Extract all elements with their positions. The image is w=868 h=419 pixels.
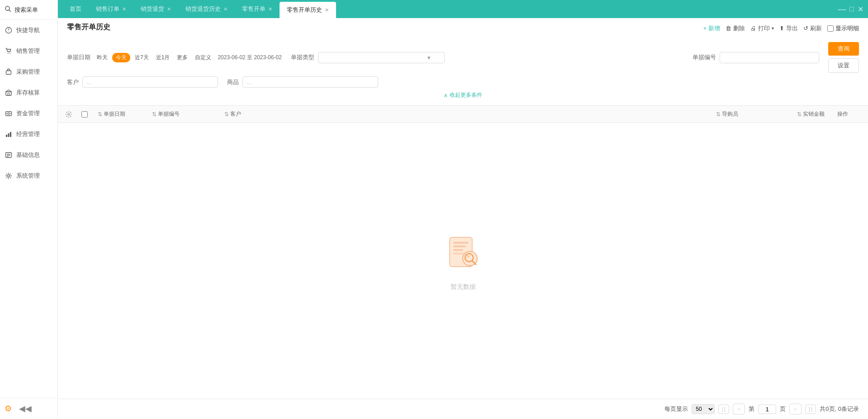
date-opt-today[interactable]: 今天	[112, 53, 130, 62]
date-opt-custom[interactable]: 自定义	[192, 53, 214, 62]
query-button[interactable]: 查询	[828, 42, 859, 56]
th-num[interactable]: ⇅ 单据编号	[152, 110, 224, 118]
content-wrapper: 零售开单历史 + 新增 🗑 删除 🖨 打印 ▾ ⬆ 导出 ↺	[58, 18, 868, 419]
sidebar-footer: ⚙ ◀◀	[0, 398, 57, 419]
empty-text: 暂无数据	[451, 283, 476, 291]
select-all-checkbox[interactable]	[81, 111, 88, 118]
svg-point-11	[8, 113, 9, 115]
window-close-icon[interactable]: ✕	[858, 5, 863, 14]
window-maximize-icon[interactable]: □	[849, 5, 854, 13]
chevron-down-icon: ▾	[427, 54, 431, 61]
date-opt-yesterday[interactable]: 昨天	[94, 53, 110, 62]
filter-type: 单据类型 ▾	[291, 52, 683, 63]
customer-select[interactable]: ...	[82, 76, 218, 88]
svg-point-21	[8, 175, 10, 177]
money-icon	[5, 109, 13, 118]
svg-rect-10	[6, 112, 12, 116]
table-header: ⇅ 单据日期 ⇅ 单据编号 ⇅ 客户 ⇅ 导购员 ⇅ 实销金额	[58, 106, 868, 123]
sidebar-item-sales-mgmt[interactable]: 销售管理	[0, 41, 57, 61]
tab-close-icon[interactable]: ✕	[122, 6, 126, 12]
th-date[interactable]: ⇅ 单据日期	[98, 110, 152, 118]
sidebar-search[interactable]: 搜索采单	[0, 0, 57, 20]
page-title: 零售开单历史	[67, 23, 110, 32]
tab-retail-open[interactable]: 零售开单 ✕	[235, 0, 280, 18]
tab-sales-return-history[interactable]: 销货退货历史 ✕	[178, 0, 235, 18]
date-opt-1month[interactable]: 近1月	[153, 53, 173, 62]
window-minimize-icon[interactable]: —	[838, 5, 846, 14]
svg-rect-7	[6, 71, 11, 75]
th-amount[interactable]: ⇅ 实销金额	[770, 110, 825, 118]
first-page-button[interactable]: ⟨⟨	[718, 405, 729, 414]
collapse-icon[interactable]: ◀◀	[19, 404, 32, 414]
page-number-input[interactable]	[758, 405, 776, 414]
next-page-button[interactable]: ＞	[789, 404, 802, 414]
svg-line-1	[9, 10, 11, 12]
empty-state: 暂无数据	[58, 123, 868, 399]
tab-retail-open-history[interactable]: 零售开单历史 ✕	[280, 2, 336, 18]
compass-icon	[5, 26, 13, 34]
th-checkbox[interactable]	[81, 111, 98, 118]
collapse-button[interactable]: ∧ 收起更多条件	[444, 91, 482, 99]
tab-sales-order[interactable]: 销售订单 ✕	[89, 0, 133, 18]
export-icon: ⬆	[779, 25, 784, 32]
svg-rect-9	[8, 93, 9, 95]
delete-button[interactable]: 🗑 删除	[726, 24, 745, 33]
toolbar: + 新增 🗑 删除 🖨 打印 ▾ ⬆ 导出 ↺ 刷新	[703, 24, 859, 33]
sidebar-item-operation-mgmt[interactable]: 经营管理	[0, 124, 57, 145]
svg-marker-4	[8, 30, 9, 33]
cart-icon	[5, 47, 13, 55]
filter-row-2: 客户 ... 商品 ...	[67, 76, 859, 88]
num-input[interactable]	[720, 52, 819, 63]
type-select[interactable]: ▾	[318, 52, 445, 63]
th-op-label: 操作	[837, 110, 848, 118]
th-settings[interactable]	[65, 111, 81, 118]
date-opt-7days[interactable]: 近7天	[132, 53, 152, 62]
sidebar-item-basic-info[interactable]: 基础信息	[0, 145, 57, 165]
goods-select[interactable]: ...	[242, 76, 378, 88]
svg-point-6	[9, 53, 10, 54]
th-customer[interactable]: ⇅ 客户	[224, 110, 716, 118]
tab-home-label: 首页	[70, 5, 81, 13]
svg-rect-14	[6, 135, 7, 137]
export-button[interactable]: ⬆ 导出	[779, 24, 798, 33]
filter-area: 单据日期 昨天 今天 近7天 近1月 更多 自定义 2023-06-02 至 2…	[58, 38, 868, 106]
pagination: 每页显示 50 10 20 100 ⟨⟨ ＜ 第 页 ＞ ⟩⟩ 共0页, 0条记…	[58, 399, 868, 419]
tab-close-icon[interactable]: ✕	[167, 6, 171, 12]
customer-placeholder: ...	[86, 79, 91, 85]
sidebar-item-quick-nav[interactable]: 快捷导航	[0, 20, 57, 41]
num-label: 单据编号	[693, 53, 716, 61]
tab-close-icon[interactable]: ✕	[325, 7, 329, 13]
query-buttons: 查询 设置	[828, 42, 859, 73]
total-text: 共0页, 0条记录	[820, 405, 859, 413]
th-op: 操作	[825, 110, 861, 118]
tab-sales-return-label: 销货退货	[141, 5, 164, 13]
svg-marker-3	[8, 28, 9, 30]
date-label: 单据日期	[67, 53, 90, 61]
add-button[interactable]: + 新增	[703, 24, 720, 33]
tab-home[interactable]: 首页	[62, 0, 89, 18]
page-label: 第	[749, 405, 754, 413]
th-guide[interactable]: ⇅ 导购员	[716, 110, 770, 118]
tab-sales-return[interactable]: 销货退货 ✕	[133, 0, 178, 18]
trash-icon: 🗑	[726, 25, 731, 32]
tab-close-icon[interactable]: ✕	[223, 6, 228, 12]
per-page-select[interactable]: 50 10 20 100	[692, 404, 715, 414]
sidebar-item-finance-mgmt[interactable]: 资金管理	[0, 103, 57, 124]
display-detail-toggle[interactable]: 显示明细	[827, 24, 859, 33]
setting-button[interactable]: 设置	[828, 58, 859, 73]
sidebar-item-system-mgmt[interactable]: 系统管理	[0, 165, 57, 186]
svg-rect-25	[453, 245, 466, 247]
settings-icon[interactable]: ⚙	[5, 404, 12, 414]
prev-page-button[interactable]: ＜	[733, 404, 745, 414]
print-button[interactable]: 🖨 打印 ▾	[750, 24, 774, 33]
tab-close-icon[interactable]: ✕	[268, 6, 272, 12]
chart-icon	[5, 130, 13, 138]
date-opt-more[interactable]: 更多	[174, 53, 190, 62]
refresh-button[interactable]: ↺ 刷新	[803, 24, 822, 33]
sidebar-item-purchase-mgmt[interactable]: 采购管理	[0, 61, 57, 82]
display-detail-checkbox[interactable]	[827, 25, 834, 32]
print-icon: 🖨	[750, 25, 756, 32]
info-icon	[5, 151, 13, 159]
last-page-button[interactable]: ⟩⟩	[805, 405, 816, 414]
sidebar-item-inventory[interactable]: 库存核算	[0, 82, 57, 103]
